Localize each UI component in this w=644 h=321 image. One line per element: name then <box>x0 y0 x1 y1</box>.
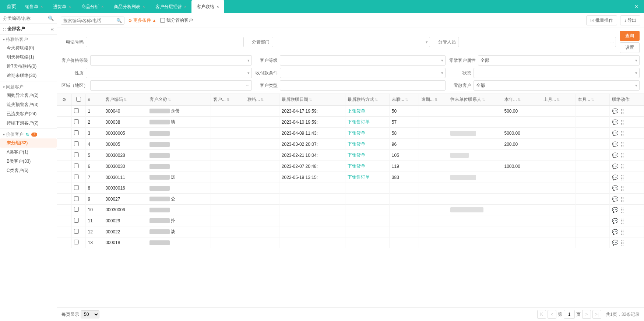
message-icon[interactable]: 💬 <box>612 196 618 202</box>
zero-customer-input[interactable] <box>474 80 640 91</box>
message-icon[interactable]: 💬 <box>612 163 618 169</box>
th-contact[interactable]: 联络...⇅ <box>245 94 279 106</box>
sidebar-item-declining[interactable]: 持续下滑客户(2) <box>0 119 57 128</box>
grid-action-icon[interactable]: ⣿ <box>620 196 624 202</box>
sidebar-item-7days[interactable]: 近7天待联络(0) <box>0 62 57 71</box>
th-last-month[interactable]: 上月...⇅ <box>541 94 575 106</box>
close-purchase-tab[interactable]: × <box>68 4 71 9</box>
table-cell[interactable] <box>72 161 85 172</box>
grid-action-icon[interactable]: ⣿ <box>620 141 624 147</box>
sidebar-item-hoarding[interactable]: 囤购异常客户(2) <box>0 91 57 100</box>
query-btn[interactable]: 查询 <box>620 31 640 41</box>
grid-action-icon[interactable]: ⣿ <box>620 163 624 169</box>
message-icon[interactable]: 💬 <box>612 240 618 246</box>
tab-customer-contact[interactable]: 客户联络 × <box>191 0 224 13</box>
table-cell[interactable]: 下销货单 <box>345 139 390 150</box>
th-last-method[interactable]: 最后联络方式⇅ <box>345 94 390 106</box>
grid-action-icon[interactable]: ⣿ <box>620 130 624 136</box>
reset-btn[interactable]: 设置 <box>620 42 640 53</box>
dept-input[interactable] <box>272 37 430 47</box>
sidebar-item-overdue[interactable]: 逾期未联络(30) <box>0 71 57 80</box>
th-type[interactable]: 客户...⇅ <box>211 94 245 106</box>
table-cell[interactable]: 下销货单 <box>345 161 390 172</box>
th-name[interactable]: 客户名称⇅ <box>147 94 211 106</box>
grid-action-icon[interactable]: ⣿ <box>620 218 624 224</box>
per-page-select[interactable]: 50 20 100 <box>81 310 99 318</box>
close-all-button[interactable]: × <box>632 3 641 10</box>
tab-product-analysis[interactable]: 商品分析 × <box>76 0 109 13</box>
sidebar-item-lost[interactable]: 已流失客户(24) <box>0 109 57 119</box>
sidebar-item-churn-warning[interactable]: 流失预警客户(3) <box>0 100 57 109</box>
price-level-input[interactable] <box>90 55 252 66</box>
th-overdue[interactable]: 逾期...⇅ <box>419 94 448 106</box>
next-page-btn[interactable]: > <box>582 310 591 319</box>
sidebar-item-ungroup[interactable]: 未分组(32) <box>0 138 57 148</box>
sidebar-item-tomorrow[interactable]: 明天待联络(1) <box>0 53 57 62</box>
table-cell[interactable]: 下销货单 <box>345 106 390 117</box>
table-cell[interactable] <box>72 183 85 194</box>
home-tab[interactable]: 首页 <box>3 3 20 10</box>
message-icon[interactable]: 💬 <box>612 119 618 125</box>
close-customer-contact-tab[interactable]: × <box>217 4 219 9</box>
table-cell[interactable] <box>72 117 85 128</box>
table-cell[interactable] <box>72 237 85 248</box>
message-icon[interactable]: 💬 <box>612 229 618 235</box>
grid-action-icon[interactable]: ⣿ <box>620 229 624 235</box>
message-icon[interactable]: 💬 <box>612 218 618 224</box>
table-cell[interactable]: 下销售订单 <box>345 172 390 183</box>
payment-input[interactable] <box>280 68 446 78</box>
export-btn[interactable]: ↓ 导出 <box>620 15 640 25</box>
close-sales-tab[interactable]: × <box>41 4 43 9</box>
sidebar-item-today[interactable]: 今天待联络(0) <box>0 43 57 53</box>
grid-action-icon[interactable]: ⣿ <box>620 207 624 213</box>
message-icon[interactable]: 💬 <box>612 152 618 158</box>
th-settings[interactable]: ⚙ <box>57 94 72 106</box>
tab-purchase[interactable]: 进货单 × <box>48 0 76 13</box>
page-number-input[interactable] <box>564 310 575 319</box>
status-input[interactable] <box>474 68 640 78</box>
zero-attr-input[interactable] <box>478 55 640 66</box>
table-cell[interactable] <box>72 128 85 139</box>
table-cell[interactable] <box>72 106 85 117</box>
table-cell[interactable]: 下销货单 <box>345 150 390 161</box>
tab-sales[interactable]: 销售单 × <box>20 0 48 13</box>
close-product-list-tab[interactable]: × <box>142 4 145 9</box>
batch-operations-btn[interactable]: ☑ 批量操作 <box>586 15 617 25</box>
refresh-icon[interactable]: ↻ <box>26 132 29 137</box>
sidebar-search-input[interactable] <box>3 16 46 21</box>
th-this-year[interactable]: 本年...⇅ <box>502 94 541 106</box>
customer-level-input[interactable] <box>280 55 446 66</box>
table-cell[interactable] <box>72 172 85 183</box>
my-customers-checkbox[interactable] <box>160 18 165 23</box>
my-customers-wrap[interactable]: 我分管的客户 <box>160 17 193 24</box>
sidebar-item-group-c[interactable]: C类客户(6) <box>0 166 57 175</box>
message-icon[interactable]: 💬 <box>612 130 618 136</box>
table-cell[interactable] <box>72 139 85 150</box>
main-search-icon[interactable]: 🔍 <box>116 18 122 23</box>
staff-input[interactable] <box>458 37 616 47</box>
table-cell[interactable] <box>72 194 85 205</box>
table-cell[interactable] <box>72 150 85 161</box>
main-search-input[interactable] <box>63 18 115 23</box>
close-customer-layer-tab[interactable]: × <box>184 4 186 9</box>
all-customers-header[interactable]: :: 全部客户 « <box>0 24 57 35</box>
th-last-date[interactable]: 最后联联日期⇅ <box>279 94 345 106</box>
grid-action-icon[interactable]: ⣿ <box>620 185 624 191</box>
th-this-month[interactable]: 本月...⇅ <box>575 94 609 106</box>
sidebar-group-value[interactable]: ▾ 价值客户 ↻ 7 <box>0 130 57 138</box>
message-icon[interactable]: 💬 <box>612 174 618 180</box>
table-cell[interactable] <box>72 226 85 237</box>
table-cell[interactable]: 下销货单 <box>345 128 390 139</box>
close-product-analysis-tab[interactable]: × <box>101 4 103 9</box>
message-icon[interactable]: 💬 <box>612 108 618 114</box>
th-checkbox[interactable] <box>72 94 85 106</box>
sidebar-group-problem[interactable]: ▾ 问题客户 <box>0 82 57 91</box>
more-conditions-btn[interactable]: ⚙ 更多条件 ▲ <box>128 17 156 24</box>
table-cell[interactable] <box>72 215 85 226</box>
grid-action-icon[interactable]: ⣿ <box>620 119 624 125</box>
grid-action-icon[interactable]: ⣿ <box>620 174 624 180</box>
last-page-btn[interactable]: >| <box>592 310 601 319</box>
th-unit-contact[interactable]: 往来单位联系人⇅ <box>448 94 502 106</box>
region-input[interactable] <box>90 80 252 91</box>
sidebar-group-pending[interactable]: ▾ 待联络客户 <box>0 35 57 43</box>
